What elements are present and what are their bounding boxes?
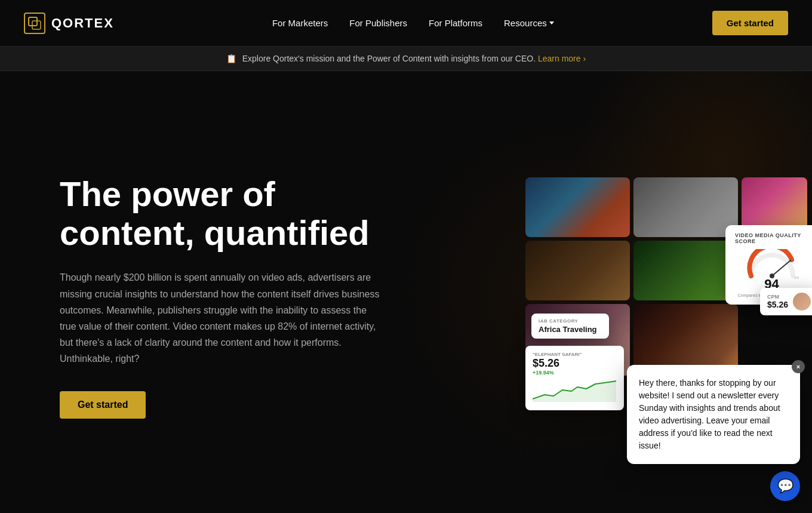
- nav-for-platforms[interactable]: For Platforms: [429, 18, 482, 28]
- chat-widget: × Hey there, thanks for stopping by our …: [627, 365, 800, 501]
- banner-text: Explore Qortex's mission and the Power o…: [242, 54, 536, 63]
- category-label: IAB Category: [539, 318, 602, 324]
- chat-launcher-icon: 💬: [777, 478, 793, 494]
- chat-bubble: × Hey there, thanks for stopping by our …: [627, 365, 800, 464]
- card-cpm: CPM $5.26: [760, 288, 812, 315]
- gauge-svg: 0 100: [745, 249, 799, 279]
- chevron-down-icon: [549, 21, 554, 24]
- announcement-banner: 📋 Explore Qortex's mission and the Power…: [0, 47, 812, 71]
- hero-title: The power of content, quantified: [60, 175, 406, 253]
- chat-message: Hey there, thanks for stopping by our we…: [639, 378, 780, 450]
- hero-content: The power of content, quantified Though …: [60, 175, 406, 418]
- sparkline-chart: [533, 378, 616, 402]
- nav-resources[interactable]: Resources: [504, 18, 554, 28]
- logo-icon: [24, 13, 45, 34]
- chat-close-button[interactable]: ×: [792, 360, 805, 373]
- logo-link[interactable]: QORTEX: [24, 13, 114, 34]
- img-sports: [525, 177, 630, 237]
- hero-cta-button[interactable]: Get started: [60, 391, 146, 419]
- banner-link[interactable]: Learn more ›: [538, 54, 586, 63]
- navbar: QORTEX For Marketers For Publishers For …: [0, 0, 812, 47]
- cpm-avatar: [793, 293, 811, 311]
- card-chart: "elephant safari" $5.26 +19.94%: [525, 346, 624, 410]
- cpm-info: CPM $5.26: [767, 294, 788, 309]
- img-medieval: [525, 241, 630, 300]
- cpm-label: CPM: [767, 294, 788, 300]
- nav-cta-button[interactable]: Get started: [712, 11, 788, 35]
- chart-label: "elephant safari": [533, 352, 617, 357]
- nav-links: For Marketers For Publishers For Platfor…: [272, 18, 554, 29]
- quality-card-title: Video Media Quality Score: [735, 232, 808, 244]
- chart-change: +19.94%: [533, 370, 617, 376]
- chart-value: $5.26: [533, 357, 617, 370]
- nav-for-marketers[interactable]: For Marketers: [272, 18, 328, 28]
- logo-text: QORTEX: [51, 16, 114, 31]
- nav-for-publishers[interactable]: For Publishers: [349, 18, 407, 28]
- card-category: IAB Category Africa Traveling: [531, 314, 609, 339]
- svg-text:100: 100: [794, 276, 799, 279]
- svg-line-2: [772, 260, 791, 276]
- img-cat: [633, 177, 738, 237]
- banner-icon: 📋: [226, 54, 236, 63]
- hero-body: Though nearly $200 billion is spent annu…: [60, 269, 382, 367]
- chat-launcher-button[interactable]: 💬: [770, 471, 800, 501]
- category-value: Africa Traveling: [539, 325, 602, 334]
- cpm-value: $5.26: [767, 300, 788, 309]
